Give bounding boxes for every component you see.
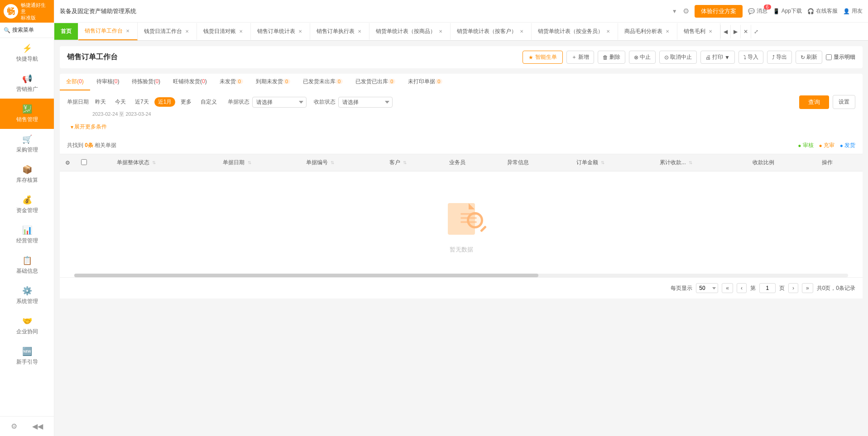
sidebar-item-operations[interactable]: 📊经营管理	[0, 220, 54, 250]
sort-number-icon[interactable]: ⇅	[331, 160, 334, 165]
show-detail-checkbox[interactable]	[826, 54, 832, 60]
tab-close-sales-exec[interactable]: ✕	[356, 28, 363, 34]
app-download-btn[interactable]: 📱 App下载	[773, 7, 802, 15]
date-btn-更多[interactable]: 更多	[177, 97, 195, 107]
scrollbar-thumb[interactable]	[74, 274, 538, 277]
trial-btn[interactable]: 体验行业方案	[695, 5, 743, 18]
sidebar-item-system[interactable]: ⚙️系统管理	[0, 280, 54, 311]
sub-tab-not-printed[interactable]: 未打印单据0	[402, 74, 449, 90]
tab-sales-workbench[interactable]: 销售订单工作台✕	[78, 23, 138, 40]
tab-cash-daily[interactable]: 钱货日清工作台✕	[138, 23, 197, 40]
refresh-btn[interactable]: ↻ 刷新	[796, 51, 822, 64]
payment-select[interactable]: 请选择	[338, 97, 393, 108]
th-checkbox-all[interactable]	[76, 154, 111, 171]
tab-scroll-right-btn[interactable]: ▶	[730, 25, 740, 38]
search-menu[interactable]: 🔍 搜索菜单	[0, 23, 54, 38]
sub-tab-expired-not-shipped[interactable]: 到期未发货0	[249, 74, 297, 90]
tab-close-sales-workbench[interactable]: ✕	[125, 28, 131, 34]
prev-page-btn[interactable]: ‹	[737, 283, 747, 293]
collapse-icon[interactable]: ◀◀	[30, 420, 45, 432]
tab-close-current-btn[interactable]: ✕	[740, 25, 751, 38]
no-data-text: 暂无数据	[450, 246, 473, 254]
status-select[interactable]: 请选择	[252, 97, 307, 108]
stop-btn[interactable]: ⊗ 中止	[629, 51, 656, 64]
sidebar-item-finance[interactable]: 💰资金管理	[0, 190, 54, 220]
sidebar-item-basic[interactable]: 📋基础信息	[0, 250, 54, 280]
import-btn[interactable]: ⤵ 导入	[739, 51, 763, 64]
sub-tab-pending-review[interactable]: 待审核(0)	[90, 74, 126, 90]
sidebar-item-quick-nav[interactable]: ⚡快捷导航	[0, 38, 54, 68]
sub-tab-not-shipped[interactable]: 未发货0	[213, 74, 249, 90]
cancel-stop-btn[interactable]: ⊙ 取消中止	[659, 51, 697, 64]
first-page-btn[interactable]: «	[722, 283, 733, 293]
delete-btn[interactable]: 🗑 删除	[598, 51, 625, 64]
next-page-btn[interactable]: ›	[788, 283, 798, 293]
tab-close-cash-daily[interactable]: ✕	[184, 28, 190, 34]
sort-received-icon[interactable]: ⇅	[689, 160, 692, 165]
sidebar-item-coop[interactable]: 🤝企业协同	[0, 311, 54, 341]
tab-cash-reconcile[interactable]: 钱货日清对账✕	[197, 23, 251, 40]
sidebar-item-guide[interactable]: 🆕新手引导	[0, 341, 54, 371]
smart-btn[interactable]: ★ 智能生单	[523, 51, 563, 64]
sub-tab-shipped-not-in[interactable]: 已发货未出库0	[297, 74, 349, 90]
tab-close-sales-summary-customer[interactable]: ✕	[518, 28, 525, 34]
query-btn[interactable]: 查询	[799, 95, 829, 109]
expand-filter-btn[interactable]: ▾ 展开更多条件	[67, 121, 855, 133]
date-btn-昨天[interactable]: 昨天	[91, 97, 110, 107]
page-suffix: 页	[779, 284, 785, 292]
settings-gear-icon[interactable]: ⚙	[683, 7, 689, 15]
date-btn-近7天[interactable]: 近7天	[131, 97, 153, 107]
page-size-select[interactable]: 50 20 100	[696, 283, 718, 293]
page-number-input[interactable]	[759, 283, 776, 293]
settings-icon[interactable]: ⚙	[9, 420, 19, 432]
date-btn-近1月[interactable]: 近1月	[154, 97, 176, 107]
sub-tab-pending-inspect[interactable]: 待拣验货(0)	[125, 74, 167, 90]
sidebar-item-purchase[interactable]: 🛒采购管理	[0, 129, 54, 159]
online-service-btn[interactable]: 🎧 在线客服	[807, 7, 838, 15]
tab-close-sales-stats[interactable]: ✕	[297, 28, 303, 34]
sort-date-icon[interactable]: ⇅	[248, 160, 251, 165]
print-btn[interactable]: 🖨 打印 ▼	[700, 51, 735, 64]
tab-home[interactable]: 首页	[54, 23, 78, 40]
tab-product-margin[interactable]: 商品毛利分析表✕	[618, 23, 677, 40]
tab-sales-summary-customer[interactable]: 销货单统计表（按客户）✕	[451, 23, 532, 40]
last-page-btn[interactable]: »	[802, 283, 813, 293]
date-btn-今天[interactable]: 今天	[111, 97, 129, 107]
tab-close-sales-summary-staff[interactable]: ✕	[605, 28, 611, 34]
tab-maximize-btn[interactable]: ⤢	[751, 25, 761, 38]
tab-close-product-margin[interactable]: ✕	[664, 28, 671, 34]
cancel-audit-btn[interactable]: ● 充审	[819, 142, 834, 149]
sub-tab-shipped-out[interactable]: 已发货已出库0	[349, 74, 402, 90]
ship-btn[interactable]: ● 发货	[840, 142, 855, 149]
user-menu[interactable]: 👤 用友	[843, 7, 863, 15]
dropdown-arrow-icon[interactable]: ▼	[672, 8, 677, 14]
date-btn-自定义[interactable]: 自定义	[197, 97, 221, 107]
sort-customer-icon[interactable]: ⇅	[403, 160, 407, 165]
sidebar-item-marketing[interactable]: 📢营销推广	[0, 68, 54, 99]
add-btn[interactable]: ＋ 新增	[566, 51, 594, 64]
tab-close-sales-profit[interactable]: ✕	[707, 28, 714, 34]
sub-tab-all[interactable]: 全部(0)	[60, 74, 90, 90]
setting-btn[interactable]: 设置	[833, 95, 855, 109]
sort-amount-icon[interactable]: ⇅	[601, 160, 604, 165]
show-detail-label[interactable]: 显示明细	[826, 53, 855, 61]
sort-status-icon[interactable]: ⇅	[152, 160, 156, 165]
select-all-checkbox[interactable]	[81, 159, 87, 165]
tab-close-cash-reconcile[interactable]: ✕	[238, 28, 244, 34]
tab-sales-exec[interactable]: 销售订单执行表✕	[310, 23, 369, 40]
sidebar-item-sales[interactable]: 💹销售管理	[0, 99, 54, 129]
sub-tab-wangpu-pending[interactable]: 旺铺待发货(0)	[167, 74, 213, 90]
tab-sales-summary-product[interactable]: 销货单统计表（按商品）✕	[369, 23, 451, 40]
tab-label-sales-summary-product: 销货单统计表（按商品）	[376, 28, 436, 35]
tab-close-sales-summary-product[interactable]: ✕	[437, 28, 444, 34]
tab-sales-stats[interactable]: 销售订单统计表✕	[251, 23, 310, 40]
sidebar-item-inventory[interactable]: 📦库存核算	[0, 159, 54, 190]
export-btn[interactable]: ⤴ 导出	[767, 51, 792, 64]
tab-sales-profit[interactable]: 销售毛利✕	[677, 23, 720, 40]
tab-scroll-left-btn[interactable]: ◀	[720, 25, 730, 38]
tab-sales-summary-staff[interactable]: 销货单统计表（按业务员）✕	[532, 23, 618, 40]
th-settings[interactable]: ⚙	[60, 154, 76, 171]
audit-op-btn[interactable]: ● 审核	[798, 142, 813, 149]
horizontal-scrollbar[interactable]	[74, 274, 848, 277]
message-btn[interactable]: 💬 消息 6	[748, 7, 767, 15]
